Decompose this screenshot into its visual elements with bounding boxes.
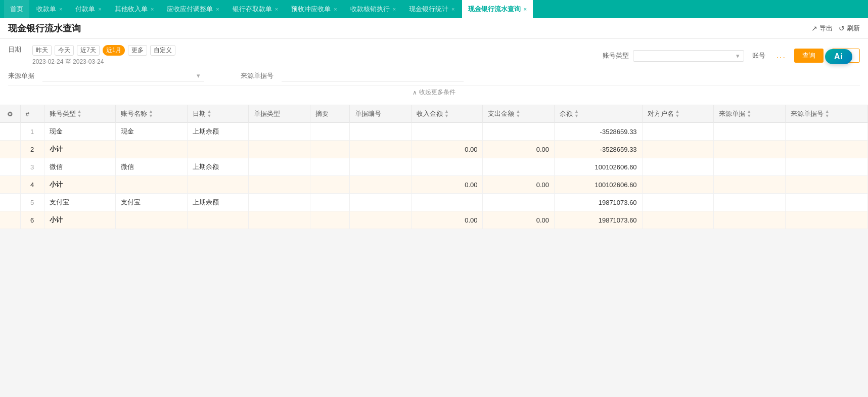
nav-tab-yushou-label: 预收冲应收单 — [291, 5, 331, 14]
nav-tab-hexiao[interactable]: 收款核销执行 × — [344, 0, 402, 18]
refresh-label: 刷新 — [847, 24, 860, 33]
sort-icon: ▲▼ — [77, 109, 82, 118]
column-date[interactable]: 日期 ▲▼ — [187, 105, 249, 123]
sort-icon-4: ▲▼ — [444, 109, 449, 118]
column-gear[interactable]: ⚙ — [0, 105, 20, 123]
nav-tab-fukuan-label: 付款单 — [75, 5, 95, 14]
chevron-down-icon-2: ▾ — [197, 72, 200, 79]
column-summary: 摘要 — [310, 105, 349, 123]
table-row[interactable]: 2小计0.000.00-3528659.33 — [0, 141, 868, 158]
column-num: # — [20, 105, 44, 123]
top-nav: 首页 收款单 × 付款单 × 其他收入单 × 应收应付调整单 × 银行存取款单 … — [0, 0, 868, 18]
account-label: 账号 — [752, 51, 772, 60]
date-btn-today[interactable]: 今天 — [55, 45, 74, 56]
refresh-icon: ↺ — [839, 24, 845, 32]
nav-tab-qitashouru-label: 其他收入单 — [115, 5, 148, 14]
column-expense[interactable]: 支出金额 ▲▼ — [483, 105, 555, 123]
date-controls: 昨天 今天 近7天 近1月 更多 自定义 2023-02-24 至 2023-0… — [32, 45, 175, 66]
close-icon[interactable]: × — [524, 6, 527, 12]
income-col-label: 收入金额 — [417, 109, 443, 118]
date-btn-more[interactable]: 更多 — [128, 45, 147, 56]
source-doc-col-label: 来源单据 — [719, 109, 745, 118]
export-button[interactable]: ↗ 导出 — [811, 24, 833, 33]
sort-icon-3: ▲▼ — [207, 109, 212, 118]
account-type-select[interactable]: ▾ — [633, 50, 744, 62]
export-label: 导出 — [819, 24, 833, 33]
close-icon[interactable]: × — [59, 6, 62, 12]
source-doc-num-label: 来源单据号 — [241, 71, 273, 80]
balance-col-label: 余额 — [560, 109, 573, 118]
nav-tab-tongji[interactable]: 现金银行统计 × — [403, 0, 461, 18]
table-row[interactable]: 6小计0.000.0019871073.60 — [0, 211, 868, 229]
nav-tab-shoukuan-label: 收款单 — [36, 5, 56, 14]
date-btn-1month[interactable]: 近1月 — [103, 45, 125, 56]
date-quick-buttons: 昨天 今天 近7天 近1月 更多 自定义 — [32, 45, 175, 56]
date-btn-custom[interactable]: 自定义 — [150, 45, 175, 56]
date-btn-yesterday[interactable]: 昨天 — [32, 45, 52, 56]
sort-icon-6: ▲▼ — [574, 109, 579, 118]
ai-badge[interactable]: Ai — [825, 49, 852, 64]
column-account-name[interactable]: 账号名称 ▲▼ — [116, 105, 188, 123]
column-source-doc[interactable]: 来源单据 ▲▼ — [714, 105, 786, 123]
counterparty-col-label: 对方户名 — [648, 109, 674, 118]
column-income[interactable]: 收入金额 ▲▼ — [411, 105, 483, 123]
nav-tab-hexiao-label: 收款核销执行 — [350, 5, 390, 14]
close-icon[interactable]: × — [393, 6, 396, 12]
nav-tab-shoukuan[interactable]: 收款单 × — [30, 0, 68, 18]
expense-col-label: 支出金额 — [488, 109, 514, 118]
source-doc-num-input[interactable] — [282, 70, 464, 81]
close-icon[interactable]: × — [275, 6, 278, 12]
date-col-label: 日期 — [193, 109, 206, 118]
column-balance[interactable]: 余额 ▲▼ — [555, 105, 643, 123]
chevron-down-icon: ▾ — [736, 52, 740, 60]
date-btn-7days[interactable]: 近7天 — [77, 45, 100, 56]
table-row[interactable]: 4小计0.000.00100102606.60 — [0, 176, 868, 194]
sort-icon-2: ▲▼ — [149, 109, 153, 118]
table-container: ⚙ # 账号类型 ▲▼ 账号名称 ▲▼ 日期 — [0, 105, 868, 229]
ai-label: Ai — [834, 52, 843, 61]
date-range-text: 2023-02-24 至 2023-03-24 — [32, 58, 175, 66]
column-doc-num: 单据编号 — [350, 105, 412, 123]
sort-icon-9: ▲▼ — [825, 109, 830, 118]
nav-tab-yinhang[interactable]: 银行存取款单 × — [226, 0, 284, 18]
sort-icon-5: ▲▼ — [516, 109, 520, 118]
close-icon[interactable]: × — [151, 6, 154, 12]
nav-tab-liushui[interactable]: 现金银行流水查询 × — [462, 0, 533, 18]
filter-row-2: 来源单据 ▾ 来源单据号 — [8, 70, 860, 81]
nav-home-label: 首页 — [10, 5, 23, 14]
table-row[interactable]: 1现金现金上期余额-3528659.33 — [0, 123, 868, 141]
table-row[interactable]: 3微信微信上期余额100102606.60 — [0, 158, 868, 176]
column-counterparty[interactable]: 对方户名 ▲▼ — [642, 105, 714, 123]
table-body: 1现金现金上期余额-3528659.332小计0.000.00-3528659.… — [0, 123, 868, 229]
account-name-col-label: 账号名称 — [121, 109, 147, 118]
account-more-button[interactable]: ... — [776, 51, 786, 60]
page-title: 现金银行流水查询 — [8, 22, 81, 34]
source-doc-select[interactable]: ▾ — [42, 70, 204, 81]
chevron-up-icon: ∧ — [413, 89, 417, 96]
collapse-filter-button[interactable]: ∧ 收起更多条件 — [8, 85, 860, 99]
table-header-row: ⚙ # 账号类型 ▲▼ 账号名称 ▲▼ 日期 — [0, 105, 868, 123]
nav-tab-tiaozheng[interactable]: 应收应付调整单 × — [161, 0, 225, 18]
refresh-button[interactable]: ↺ 刷新 — [839, 24, 860, 33]
filter-row-1: 日期 昨天 今天 近7天 近1月 更多 自定义 2023-02-24 至 202… — [8, 45, 860, 66]
close-icon[interactable]: × — [334, 6, 337, 12]
table-row[interactable]: 5支付宝支付宝上期余额19871073.60 — [0, 194, 868, 211]
close-icon[interactable]: × — [216, 6, 219, 12]
date-label: 日期 — [8, 45, 28, 54]
date-filter-group: 日期 昨天 今天 近7天 近1月 更多 自定义 2023-02-24 至 202… — [8, 45, 175, 66]
nav-tab-yushou[interactable]: 预收冲应收单 × — [285, 0, 343, 18]
nav-home[interactable]: 首页 — [4, 0, 29, 18]
page-header: 现金银行流水查询 ↗ 导出 ↺ 刷新 — [0, 18, 868, 39]
query-button[interactable]: 查询 — [794, 49, 824, 63]
nav-tab-qitashouru[interactable]: 其他收入单 × — [109, 0, 160, 18]
close-icon[interactable]: × — [451, 6, 454, 12]
account-type-group: 账号类型 ▾ — [603, 50, 744, 62]
export-icon: ↗ — [811, 24, 817, 32]
column-source-doc-num[interactable]: 来源单据号 ▲▼ — [785, 105, 867, 123]
nav-tab-tiaozheng-label: 应收应付调整单 — [167, 5, 213, 14]
close-icon[interactable]: × — [98, 6, 101, 12]
nav-tab-fukuan[interactable]: 付款单 × — [69, 0, 107, 18]
column-account-type[interactable]: 账号类型 ▲▼ — [44, 105, 116, 123]
sort-icon-8: ▲▼ — [747, 109, 751, 118]
account-type-col-label: 账号类型 — [50, 109, 76, 118]
